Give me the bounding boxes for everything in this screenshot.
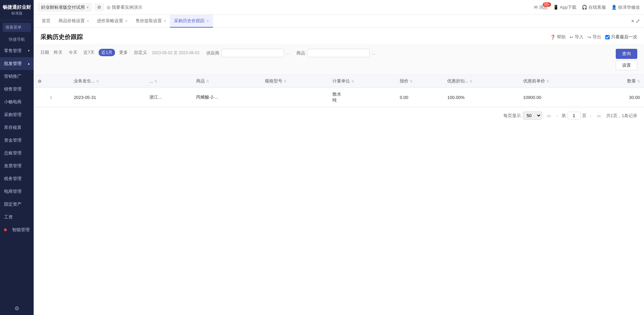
date-opt-custom[interactable]: 自定义 <box>132 49 149 56</box>
sort-icon: ⇅ <box>96 79 99 83</box>
col-date[interactable]: 业务发生... ⇅ <box>70 75 145 88</box>
sort-icon: ⇅ <box>637 79 640 83</box>
import-button[interactable]: ↩ 导入 <box>570 34 583 40</box>
sidebar-item-tax[interactable]: 税务管理 <box>0 172 34 185</box>
page-number-input[interactable] <box>567 112 581 119</box>
sort-icon: ⇅ <box>470 79 472 83</box>
user-menu-button[interactable]: 👤 徐泽华修改 <box>611 4 640 10</box>
last-page-button[interactable]: ⏭ <box>595 112 604 119</box>
export-icon: ↪ <box>587 35 591 40</box>
table-header-row: ⚙ 业务发生... ⇅ ... ⇅ <box>34 75 644 88</box>
only-last-checkbox-group[interactable]: 只看最后一次 <box>605 34 637 40</box>
sort-icon: ⇅ <box>410 79 413 83</box>
sidebar-item-label: 批发管理 <box>4 61 22 67</box>
col-discount[interactable]: 优惠折扣... ⇅ <box>443 75 519 88</box>
filter-bar: 日期 昨天 今天 近7天 近1月 更多 自定义 2023-05-02 至 202… <box>34 44 644 75</box>
version-selector[interactable]: 好业财标准版交付试用 ▾ <box>38 3 92 12</box>
close-all-tabs-button[interactable]: × <box>631 18 634 24</box>
tab-sale-price[interactable]: 售价提取设置 × <box>132 15 170 28</box>
first-page-button[interactable]: ⏮ <box>544 112 553 119</box>
sidebar-item-label: 资金管理 <box>4 137 22 143</box>
fullscreen-button[interactable]: ⤢ <box>636 18 640 24</box>
date-opt-last1month[interactable]: 近1月 <box>99 49 115 56</box>
only-last-label: 只看最后一次 <box>611 34 637 40</box>
tab-home[interactable]: 首页 <box>38 15 55 28</box>
col-price[interactable]: 报价 ⇅ <box>396 75 443 88</box>
message-icon: ✉ <box>534 5 538 10</box>
demo-link[interactable]: ◎ 我要看实例演示 <box>107 4 142 10</box>
tab-price[interactable]: 商品价格设置 × <box>55 15 93 28</box>
tab-purchase-strategy[interactable]: 进价策略设置 × <box>93 15 131 28</box>
message-badge: 99+ <box>543 2 551 7</box>
topbar: 好业财标准版交付试用 ▾ ⚙ ◎ 我要看实例演示 ✉ 消息 99+ 📱 App下… <box>34 0 644 15</box>
help-link[interactable]: ❓ 帮助 <box>550 34 566 40</box>
tab-history-price[interactable]: 采购历史价跟踪 × <box>170 15 213 28</box>
topbar-settings-button[interactable]: ⚙ <box>95 3 104 11</box>
per-page-select[interactable]: 20 50 100 <box>523 111 542 120</box>
supplier-input[interactable] <box>221 49 284 57</box>
export-button[interactable]: ↪ 导出 <box>587 34 601 40</box>
date-opt-last7[interactable]: 近7天 <box>81 49 97 56</box>
table-row: 1 2023-05-31 浙江... 丙烯酸-2-... 散水 吨 0.00 1… <box>34 88 644 107</box>
product-more-btn[interactable]: ... <box>372 50 375 56</box>
sidebar-item-invoice[interactable]: 发票管理 <box>0 160 34 172</box>
sidebar-logo: 畅捷通好业财 标准版 <box>0 0 34 20</box>
sidebar-item-assets[interactable]: 固定资产 <box>0 198 34 211</box>
prev-page-button[interactable]: ‹ <box>554 112 560 119</box>
date-opt-today[interactable]: 今天 <box>67 49 79 56</box>
col-product[interactable]: 商品 ⇅ <box>192 75 261 88</box>
settings-icon[interactable]: ⚙ <box>14 306 19 311</box>
col-spec[interactable]: 规格型号 ⇅ <box>261 75 328 88</box>
sidebar-item-wholesale[interactable]: 批发管理 ▴ <box>0 57 34 70</box>
sidebar-search-area[interactable]: 搜索菜单 <box>0 20 34 35</box>
sidebar-item-salary[interactable]: 工资 <box>0 211 34 223</box>
sidebar-item-label: 零售管理 <box>4 48 22 54</box>
settings-button[interactable]: 设置 <box>616 60 637 70</box>
tab-purchase-strategy-label: 进价策略设置 <box>97 18 123 24</box>
col-pre-price[interactable]: 优惠前单价 ⇅ <box>519 75 597 88</box>
close-icon[interactable]: × <box>207 19 209 23</box>
sidebar-item-retail[interactable]: 零售管理 ▾ <box>0 44 34 57</box>
sidebar-item-ledger[interactable]: 总账管理 <box>0 147 34 160</box>
supplier-filter-group: 供应商 ... <box>206 49 290 57</box>
sidebar: 畅捷通好业财 标准版 搜索菜单 快捷导航 零售管理 ▾ 批发管理 ▴ 营销推广 … <box>0 0 34 315</box>
user-name: 徐泽华修改 <box>618 4 640 10</box>
app-title: 畅捷通好业财 <box>3 4 31 11</box>
query-button[interactable]: 查询 <box>616 49 637 59</box>
only-last-checkbox[interactable] <box>605 35 610 39</box>
quick-nav-link[interactable]: 快捷导航 <box>0 35 34 44</box>
sidebar-item-ecom[interactable]: 电商管理 <box>0 185 34 198</box>
demo-icon: ◎ <box>107 5 110 10</box>
supplier-more-btn[interactable]: ... <box>286 50 290 56</box>
tab-sale-price-label: 售价提取设置 <box>136 18 162 24</box>
col-supplier[interactable]: ... ⇅ <box>145 75 192 88</box>
tab-price-label: 商品价格设置 <box>59 18 85 24</box>
close-icon[interactable]: × <box>125 19 127 23</box>
row-unit: 散水 吨 <box>328 88 396 107</box>
sidebar-item-inventory[interactable]: 库存核算 <box>0 121 34 134</box>
sidebar-item-label: 电商管理 <box>4 188 22 195</box>
col-qty[interactable]: 数量 ⇅ <box>597 75 644 88</box>
date-opt-yesterday[interactable]: 昨天 <box>52 49 65 56</box>
online-service-button[interactable]: 🎧 在线客服 <box>582 4 606 10</box>
product-input[interactable] <box>307 49 370 57</box>
sidebar-item-marketing[interactable]: 营销推广 <box>0 70 34 83</box>
col-unit[interactable]: 计量单位 ⇅ <box>328 75 396 88</box>
sidebar-item-purchase[interactable]: 采购管理 <box>0 108 34 121</box>
search-menu-button[interactable]: 搜索菜单 <box>3 23 31 32</box>
next-page-button[interactable]: › <box>588 112 594 119</box>
close-icon[interactable]: × <box>87 19 89 23</box>
user-icon: 👤 <box>611 5 617 10</box>
sidebar-item-finance[interactable]: 资金管理 <box>0 134 34 147</box>
sidebar-item-ecom-small[interactable]: 小畅电商 <box>0 96 34 108</box>
sidebar-item-smart[interactable]: 智能管理 <box>0 223 34 236</box>
col-gear[interactable]: ⚙ <box>34 75 46 88</box>
message-button[interactable]: ✉ 消息 99+ <box>534 4 548 10</box>
sidebar-item-sales[interactable]: 销售管理 <box>0 83 34 96</box>
date-opt-more[interactable]: 更多 <box>117 49 130 56</box>
close-icon[interactable]: × <box>164 19 166 23</box>
sort-icon: ⇅ <box>351 79 354 83</box>
tab-home-label: 首页 <box>42 18 50 24</box>
chevron-down-icon: ▾ <box>28 49 30 53</box>
app-download-button[interactable]: 📱 App下载 <box>553 4 576 10</box>
